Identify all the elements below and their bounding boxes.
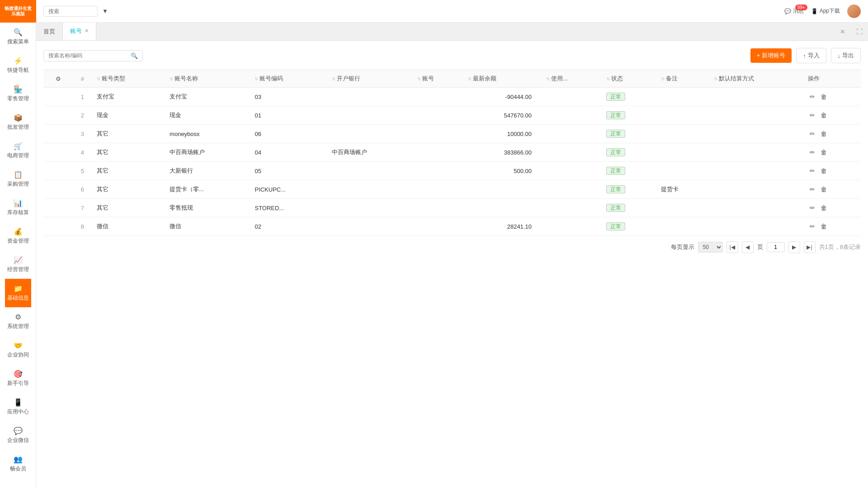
next-page-button[interactable]: ▶: [788, 241, 800, 253]
sidebar-item-4[interactable]: 🛒电商管理: [5, 136, 31, 165]
delete-button[interactable]: 🗑: [819, 166, 829, 175]
edit-button[interactable]: ✏: [808, 166, 817, 175]
sidebar-item-15[interactable]: 👥畅会员: [5, 450, 31, 478]
row-actions: ✏ 🗑: [802, 88, 861, 106]
sidebar-icon-10: ⚙: [15, 313, 21, 321]
sidebar-label-1: 快捷导航: [7, 66, 29, 74]
name-column-header[interactable]: ⇅账号名称: [164, 70, 249, 88]
edit-button[interactable]: ✏: [808, 222, 817, 231]
balance-column-header[interactable]: ⇅最新余额: [462, 70, 541, 88]
delete-button[interactable]: 🗑: [819, 148, 829, 157]
first-page-button[interactable]: |◀: [726, 241, 738, 253]
row-balance: [462, 180, 541, 199]
row-remark: [656, 199, 708, 217]
remark-column-header[interactable]: ⇅备注: [656, 70, 708, 88]
app-download-button[interactable]: 📱 App下载: [811, 7, 840, 15]
row-code: 02: [249, 217, 326, 236]
code-column-header[interactable]: ⇅账号编码: [249, 70, 326, 88]
sidebar-item-9[interactable]: 📁基础信息: [5, 279, 31, 307]
sidebar-item-5[interactable]: 📋采购管理: [5, 165, 31, 193]
row-account: [412, 180, 463, 199]
name-label: 账号名称: [175, 75, 198, 83]
edit-button[interactable]: ✏: [808, 148, 817, 157]
edit-button[interactable]: ✏: [808, 111, 817, 120]
default-payment-label: 默认结算方式: [719, 75, 754, 83]
sidebar-icon-9: 📁: [14, 284, 23, 293]
sidebar-item-1[interactable]: ⚡快捷导航: [5, 51, 31, 80]
sort-icon: ⇅: [661, 76, 665, 81]
sidebar-item-0[interactable]: 🔍搜索菜单: [5, 23, 31, 51]
row-account: [412, 217, 463, 236]
delete-button[interactable]: 🗑: [819, 222, 829, 231]
sidebar-item-14[interactable]: 💬企业微信: [5, 421, 31, 450]
account-column-header[interactable]: ⇅账号: [412, 70, 463, 88]
sidebar-item-11[interactable]: 🤝企业协同: [5, 336, 31, 364]
row-settings: [43, 125, 73, 143]
per-page-select[interactable]: 50 20 100: [698, 242, 723, 253]
row-type: 其它: [91, 180, 164, 199]
row-default-payment: [708, 180, 803, 199]
row-usage: [541, 217, 601, 236]
row-usage: [541, 180, 601, 199]
import-button[interactable]: ↑ 导入: [796, 48, 826, 63]
tab-close-icon[interactable]: ✕: [85, 28, 89, 34]
add-account-button[interactable]: + 新增账号: [750, 48, 792, 63]
sidebar-item-8[interactable]: 📈经营管理: [5, 250, 31, 279]
delete-button[interactable]: 🗑: [819, 111, 829, 120]
row-status: 正常: [601, 199, 656, 217]
row-bank: [326, 217, 411, 236]
export-button[interactable]: ↓ 导出: [831, 48, 861, 63]
settings-column-header[interactable]: ⚙: [43, 70, 73, 88]
bank-column-header[interactable]: ⇅开户银行: [326, 70, 411, 88]
close-all-tabs-button[interactable]: ✕: [835, 28, 851, 35]
sidebar-item-3[interactable]: 📦批发管理: [5, 108, 31, 136]
action-column-header: 操作: [802, 70, 861, 88]
row-status: 正常: [601, 125, 656, 143]
status-badge: 正常: [606, 222, 625, 230]
edit-button[interactable]: ✏: [808, 185, 817, 194]
header-dropdown[interactable]: ▼: [102, 8, 108, 14]
row-code: 06: [249, 125, 326, 143]
sidebar-item-6[interactable]: 📊库存核算: [5, 193, 31, 222]
message-button[interactable]: 💬 消息 99+: [784, 7, 804, 15]
edit-button[interactable]: ✏: [808, 129, 817, 138]
edit-button[interactable]: ✏: [808, 92, 817, 101]
default-payment-column-header[interactable]: ⇅默认结算方式: [708, 70, 803, 88]
row-name: 微信: [164, 217, 249, 236]
last-page-button[interactable]: ▶|: [804, 241, 816, 253]
sidebar-icon-14: 💬: [14, 427, 23, 435]
type-column-header[interactable]: ⇅账号类型: [91, 70, 164, 88]
sidebar-label-15: 畅会员: [10, 465, 26, 473]
sidebar-item-7[interactable]: 💰资金管理: [5, 222, 31, 250]
delete-button[interactable]: 🗑: [819, 92, 829, 101]
tab-home[interactable]: 首页: [36, 23, 63, 40]
sidebar-item-12[interactable]: 🎯新手引导: [5, 364, 31, 393]
row-balance: 10000.00: [462, 125, 541, 143]
row-actions: ✏ 🗑: [802, 180, 861, 199]
delete-button[interactable]: 🗑: [819, 185, 829, 194]
table-row: 6 其它 提货卡（零... PICKUPC... 正常 提货卡 ✏ 🗑: [43, 180, 861, 199]
tab-account[interactable]: 账号 ✕: [63, 23, 96, 40]
prev-page-button[interactable]: ◀: [742, 241, 754, 253]
top-header: ▼ 💬 消息 99+ 📱 App下载: [36, 0, 868, 23]
fullscreen-button[interactable]: ⛶: [851, 28, 868, 35]
global-search-input[interactable]: [43, 6, 98, 17]
status-column-header[interactable]: ⇅状态: [601, 70, 656, 88]
usage-column-header[interactable]: ⇅使用...: [541, 70, 601, 88]
sidebar-label-4: 电商管理: [7, 152, 29, 160]
sidebar-item-2[interactable]: 🏪零售管理: [5, 80, 31, 108]
delete-button[interactable]: 🗑: [819, 129, 829, 138]
edit-button[interactable]: ✏: [808, 203, 817, 212]
table-search-input[interactable]: [48, 52, 131, 59]
sidebar-item-10[interactable]: ⚙系统管理: [5, 307, 31, 336]
sidebar-label-11: 企业协同: [7, 351, 29, 359]
status-badge: 正常: [606, 111, 625, 119]
row-bank: [326, 88, 411, 106]
sidebar-icon-8: 📈: [14, 256, 23, 264]
delete-button[interactable]: 🗑: [819, 203, 829, 212]
row-num: 8: [73, 217, 91, 236]
page-number-input[interactable]: [767, 242, 785, 252]
user-avatar[interactable]: [847, 5, 861, 18]
status-badge: 正常: [606, 204, 625, 212]
sidebar-item-13[interactable]: 📱应用中心: [5, 393, 31, 421]
